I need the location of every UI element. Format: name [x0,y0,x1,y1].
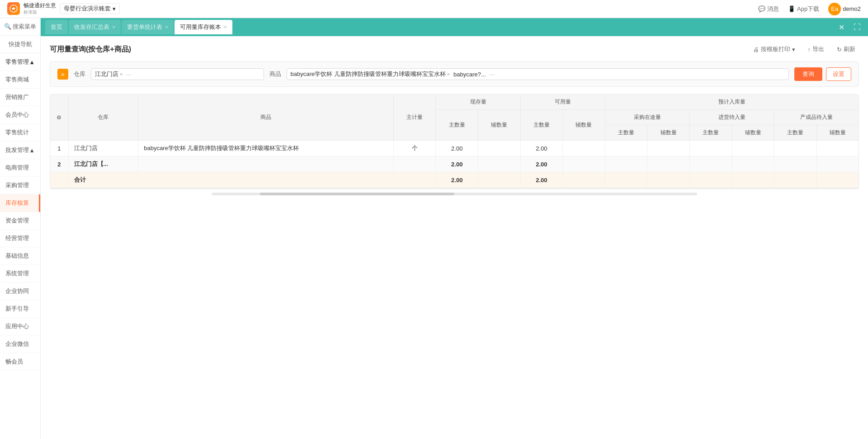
refresh-button[interactable]: ↻ 刷新 [833,43,859,55]
export-icon: ↑ [808,46,811,53]
th-prod-aux: 辅数量 [816,125,859,141]
th-group-incoming: 预计入库量 [605,94,859,110]
chevron-down-icon: ▾ [113,5,116,12]
sidebar-item-label: 资金管理 [5,217,29,225]
sidebar-search[interactable]: 🔍 搜索菜单 [0,18,40,36]
settings-button[interactable]: 设置 [826,67,851,81]
tab-order-stats[interactable]: 要货单统计表 × [122,20,174,34]
table-row: 2 江北门店【... 2.00 2.00 [50,156,859,172]
sidebar-item-wechat[interactable]: 企业微信 [0,335,40,353]
footer-prod-aux [816,172,859,188]
sidebar-item-retail-stats[interactable]: 零售统计 [0,124,40,142]
industry-label: 母婴行业演示账套 [64,5,111,13]
warehouse-filter[interactable]: 江北门店 × ··· [91,68,264,80]
chevron-down-icon: ▾ [792,46,795,53]
sidebar-item-marketing[interactable]: 营销推广 [0,89,40,106]
query-button[interactable]: 查询 [794,67,822,81]
tab-home[interactable]: 首页 [45,20,68,34]
chevron-icon: ▲ [29,147,35,154]
close-all-button[interactable]: ✕ [836,22,847,33]
app-download-button[interactable]: 📱 App下载 [788,5,819,13]
cell-no: 2 [50,156,68,172]
product-tag-1: babycare学饮杯 儿童防摔防撞吸管杯重力球吸嘴杯宝宝水杯 × [291,70,450,78]
tab-label: 收发存汇总表 [74,23,109,31]
sidebar-item-label: 畅会员 [5,358,23,366]
cell-stock-main: 2.00 [436,156,478,172]
sidebar-item-app-center[interactable]: 应用中心 [0,318,40,335]
footer-arr-main [689,172,732,188]
footer-prod-main [774,172,817,188]
sidebar-item-label: 应用中心 [5,322,29,330]
sidebar-item-inventory[interactable]: 库存核算 [0,194,40,212]
sidebar-item-retail-mall[interactable]: 零售商城 [0,71,40,89]
sidebar-item-ecommerce[interactable]: 电商管理 [0,159,40,177]
product-more-options[interactable]: ··· [490,71,495,78]
sidebar-item-purchase[interactable]: 采购管理 [0,177,40,194]
app-download-label: App下载 [797,5,819,13]
avatar: Ea [828,3,841,15]
print-button[interactable]: 🖨 按模板打印 ▾ [750,43,799,55]
th-production: 产成品待入量 [774,110,859,125]
sidebar-item-retail-manage[interactable]: 零售管理 ▲ [0,53,40,71]
data-table: ⚙ 仓库 商品 主计量 现存量 可用量 预计入库量 主数量 辅数量 [50,94,859,188]
scroll-bar-track[interactable] [212,193,697,195]
refresh-label: 刷新 [844,45,855,53]
message-icon: 💬 [758,5,765,12]
user-profile[interactable]: Ea demo2 [828,3,861,15]
cell-arr-main [689,141,732,156]
sidebar-item-enterprise[interactable]: 企业协同 [0,283,40,300]
sidebar-item-label: 零售管理 [5,58,29,66]
tab-label: 首页 [51,23,62,31]
th-group-available: 可用量 [520,94,605,110]
th-arr-main: 主数量 [689,125,732,141]
th-avail-main: 主数量 [520,110,563,141]
th-settings[interactable]: ⚙ [50,94,68,141]
export-label: 导出 [812,45,824,53]
sidebar-item-system[interactable]: 系统管理 [0,265,40,283]
export-button[interactable]: ↑ 导出 [804,43,828,55]
product-tag-close-1[interactable]: × [447,71,450,77]
refresh-icon: ↻ [837,46,842,53]
industry-select[interactable]: 母婴行业演示账套 ▾ [60,3,120,14]
sidebar-item-label: 零售商城 [5,76,29,84]
sidebar-item-member[interactable]: 会员中心 [0,106,40,124]
message-button[interactable]: 💬 消息 [758,5,779,13]
sidebar-quick-nav[interactable]: 快捷导航 [0,36,40,53]
sidebar-item-wholesale[interactable]: 批发管理 ▲ [0,142,40,159]
tab-available-inventory[interactable]: 可用量库存账本 × [175,20,232,34]
warehouse-value: 江北门店 [95,70,118,78]
sidebar-item-vip[interactable]: 畅会员 [0,353,40,371]
cell-prod-aux [816,141,859,156]
sidebar-item-label: 新手引导 [5,305,29,313]
tab-close-icon[interactable]: × [224,24,227,30]
sidebar-item-guide[interactable]: 新手引导 [0,300,40,318]
table-container: ⚙ 仓库 商品 主计量 现存量 可用量 预计入库量 主数量 辅数量 [50,94,859,189]
tab-close-icon[interactable]: × [165,24,168,30]
th-arrival: 进货待入量 [689,110,774,125]
cell-avail-aux [563,156,605,172]
cell-unit: 个 [393,141,436,156]
footer-label: 合计 [68,172,436,188]
sidebar-item-label: 采购管理 [5,181,29,189]
product-filter[interactable]: babycare学饮杯 儿童防摔防撞吸管杯重力球吸嘴杯宝宝水杯 × babyca… [287,68,789,80]
expand-button[interactable]: ⛶ [851,22,863,32]
cell-pur-aux [647,141,690,156]
sidebar-item-basic-info[interactable]: 基础信息 [0,247,40,265]
table-body: 1 江北门店 babycare学饮杯 儿童防摔防撞吸管杯重力球吸嘴杯宝宝水杯 个… [50,141,859,172]
warehouse-more-options[interactable]: ··· [126,71,131,78]
sidebar-item-label: 批发管理 [5,146,29,154]
cell-prod-main [774,156,817,172]
chevron-icon: ▲ [29,59,35,66]
expand-filter-button[interactable]: » [57,69,68,80]
tab-receipt-summary[interactable]: 收发存汇总表 × [69,20,121,34]
warehouse-tag-close[interactable]: × [120,71,123,77]
sidebar-item-operations[interactable]: 经营管理 [0,230,40,247]
tabs-right: ✕ ⛶ [836,22,863,33]
footer-avail-main: 2.00 [520,172,563,188]
sidebar-item-finance[interactable]: 资金管理 [0,212,40,230]
scroll-bar-thumb[interactable] [260,193,454,195]
tab-close-icon[interactable]: × [112,24,115,30]
search-icon: 🔍 [4,23,11,30]
cell-product: babycare学饮杯 儿童防摔防撞吸管杯重力球吸嘴杯宝宝水杯 [138,141,394,156]
sidebar-item-label: 企业微信 [5,340,29,348]
